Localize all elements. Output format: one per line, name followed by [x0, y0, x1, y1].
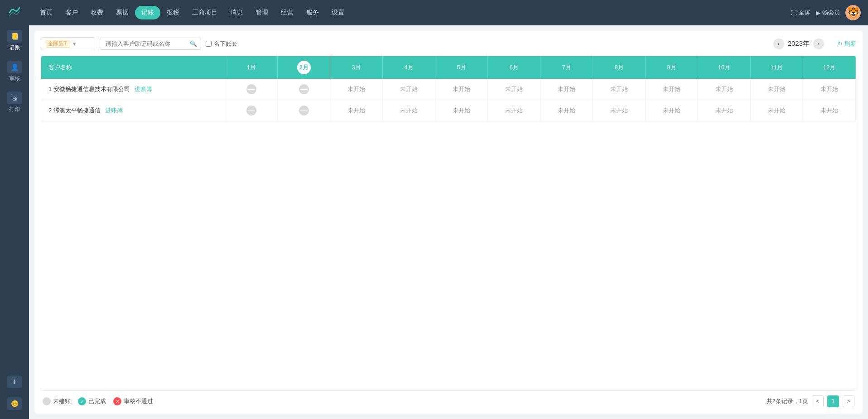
status-not-started: 未开始 — [663, 86, 680, 92]
month-cell-12: 未开始 — [803, 100, 855, 121]
month-cell-2: — — [278, 79, 330, 100]
month-cell-7: 未开始 — [540, 79, 593, 100]
status-not-started: 未开始 — [400, 107, 418, 114]
status-dash-icon: — — [299, 84, 309, 94]
nav-message[interactable]: 消息 — [224, 6, 249, 19]
month-cell-4: 未开始 — [383, 100, 435, 121]
search-icon[interactable]: 🔍 — [190, 40, 197, 47]
client-cell: 2 漯澳太平畅捷通信进账簿 — [41, 100, 225, 121]
prev-year-button[interactable]: ‹ — [773, 39, 784, 49]
month-cell-11: 未开始 — [750, 100, 803, 121]
data-table-wrap: 客户名称 1月 2月 3月 4月 5月 6月 7月 8月 9月 10月 11月 — [41, 56, 856, 391]
employee-select[interactable]: 全部员工 ▾ — [41, 37, 95, 50]
next-year-button[interactable]: › — [813, 39, 824, 49]
status-not-started: 未开始 — [347, 107, 365, 114]
col-header-feb: 2月 — [278, 56, 330, 79]
year-label: 2023年 — [788, 39, 810, 48]
sidebar-bottom: ⬇ 😊 — [0, 371, 29, 419]
sidebar-item-ledger[interactable]: 📒 记账 — [0, 25, 29, 56]
month-cell-10: 未开始 — [698, 100, 750, 121]
data-table: 客户名称 1月 2月 3月 4月 5月 6月 7月 8月 9月 10月 11月 — [41, 56, 856, 121]
nav-customer[interactable]: 客户 — [59, 6, 84, 19]
next-page-button[interactable]: > — [843, 395, 854, 407]
content-card: 全部员工 ▾ 🔍 名下账套 ‹ 2023年 › ↻ — [34, 31, 863, 414]
current-page-button[interactable]: 1 — [827, 395, 839, 407]
nav-operation[interactable]: 经营 — [275, 6, 300, 19]
legend-not-started: 未建账 — [43, 397, 71, 405]
status-not-started: 未开始 — [715, 86, 733, 92]
col-header-nov: 11月 — [750, 56, 803, 79]
avatar[interactable]: 🐯 — [845, 5, 861, 20]
table-footer: 未建账 ✓ 已完成 ✕ 审核不通过 共2条记录，1页 < 1 > — [41, 395, 856, 407]
fullscreen-button[interactable]: ⛶ 全屏 — [791, 9, 810, 17]
nav-home[interactable]: 首页 — [34, 6, 59, 19]
month-cell-5: 未开始 — [435, 79, 488, 100]
status-not-started: 未开始 — [453, 107, 470, 114]
status-dash-icon: — — [299, 106, 309, 116]
status-not-started: 未开始 — [453, 86, 470, 92]
month-cell-11: 未开始 — [750, 79, 803, 100]
search-wrap: 🔍 — [100, 38, 201, 50]
audit-icon: 👤 — [7, 61, 22, 73]
month-cell-1: — — [225, 100, 278, 121]
accounts-checkbox-label: 名下账套 — [214, 40, 237, 48]
month-cell-8: 未开始 — [593, 100, 646, 121]
vip-button[interactable]: ▶ 畅会员 — [816, 9, 840, 17]
sidebar-item-download[interactable]: ⬇ — [0, 371, 29, 393]
nav-billing[interactable]: 收费 — [84, 6, 110, 19]
legend: 未建账 ✓ 已完成 ✕ 审核不通过 — [43, 397, 153, 405]
status-not-started: 未开始 — [558, 107, 575, 114]
month-cell-9: 未开始 — [646, 79, 698, 100]
refresh-button[interactable]: ↻ 刷新 — [838, 40, 856, 48]
col-header-dec: 12月 — [803, 56, 855, 79]
col-header-oct: 10月 — [698, 56, 750, 79]
month-cell-6: 未开始 — [488, 100, 540, 121]
month-cell-2: — — [278, 100, 330, 121]
fullscreen-icon: ⛶ — [791, 10, 797, 16]
status-not-started: 未开始 — [715, 107, 733, 114]
sidebar-item-audit[interactable]: 👤 审核 — [0, 56, 29, 87]
main-wrap: 首页 客户 收费 票据 记账 报税 工商项目 消息 管理 经营 服务 设置 ⛶ … — [29, 0, 868, 419]
ledger-icon: 📒 — [7, 30, 22, 43]
nav-manage[interactable]: 管理 — [249, 6, 275, 19]
col-header-may: 5月 — [435, 56, 488, 79]
enter-link[interactable]: 进账簿 — [135, 86, 152, 92]
content: 全部员工 ▾ 🔍 名下账套 ‹ 2023年 › ↻ — [29, 25, 868, 419]
status-dash-icon: — — [246, 84, 256, 94]
print-icon: 🖨 — [7, 92, 22, 104]
nav-business[interactable]: 工商项目 — [186, 6, 224, 19]
nav-settings[interactable]: 设置 — [325, 6, 351, 19]
nav-invoice[interactable]: 票据 — [110, 6, 135, 19]
pagination-total: 共2条记录，1页 — [767, 397, 808, 405]
client-index: 1 安徽畅捷通信息技术有限公司 — [48, 86, 130, 92]
status-not-started: 未开始 — [610, 107, 628, 114]
sidebar-item-support[interactable]: 😊 — [0, 393, 29, 414]
topnav: 首页 客户 收费 票据 记账 报税 工商项目 消息 管理 经营 服务 设置 ⛶ … — [29, 0, 868, 25]
topnav-right: ⛶ 全屏 ▶ 畅会员 🐯 — [791, 5, 868, 20]
status-not-started: 未开始 — [820, 86, 838, 92]
prev-page-button[interactable]: < — [812, 395, 824, 407]
sidebar-item-print[interactable]: 🖨 打印 — [0, 87, 29, 118]
month-cell-12: 未开始 — [803, 79, 855, 100]
status-not-started: 未开始 — [505, 86, 523, 92]
table-row: 2 漯澳太平畅捷通信进账簿——未开始未开始未开始未开始未开始未开始未开始未开始未… — [41, 100, 856, 121]
accounts-checkbox[interactable] — [206, 41, 212, 47]
month-cell-4: 未开始 — [383, 79, 435, 100]
enter-link[interactable]: 进账簿 — [105, 107, 123, 114]
chevron-down-icon: ▾ — [73, 40, 76, 47]
nav-ledger[interactable]: 记账 — [135, 6, 160, 19]
legend-completed: ✓ 已完成 — [78, 397, 106, 405]
nav-service[interactable]: 服务 — [300, 6, 325, 19]
accounts-checkbox-wrap[interactable]: 名下账套 — [206, 40, 237, 48]
col-header-jul: 7月 — [540, 56, 593, 79]
status-not-started: 未开始 — [768, 107, 786, 114]
nav-tax[interactable]: 报税 — [160, 6, 186, 19]
col-header-sep: 9月 — [646, 56, 698, 79]
legend-not-started-icon — [43, 397, 51, 405]
col-header-mar: 3月 — [330, 56, 383, 79]
legend-rejected-icon: ✕ — [113, 397, 121, 405]
col-header-jan: 1月 — [225, 56, 278, 79]
status-not-started: 未开始 — [768, 86, 786, 92]
search-input[interactable] — [104, 38, 190, 49]
logo — [0, 0, 29, 25]
